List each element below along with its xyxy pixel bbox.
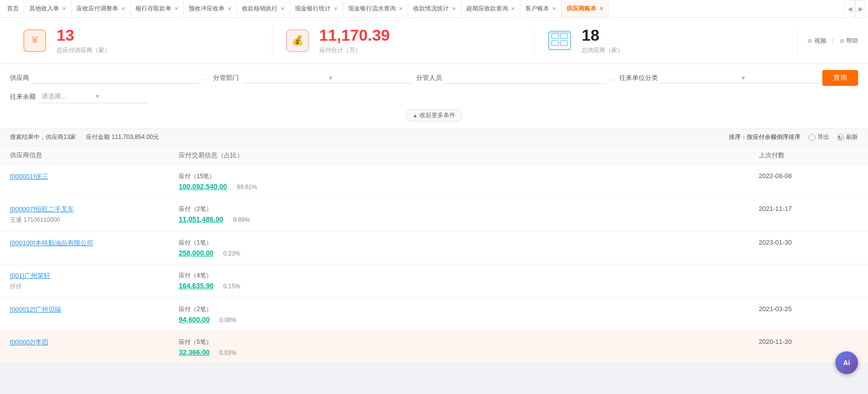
balance-filter-label: 往来余额: [10, 92, 36, 101]
tx-amount-4[interactable]: 164,635.90: [179, 282, 214, 290]
nav-tab-paystat[interactable]: 收款情况统计 ✕: [408, 0, 461, 18]
export-button[interactable]: 导出: [808, 133, 829, 141]
nav-tab-income[interactable]: 其他收入单 ✕: [24, 0, 72, 18]
person-dots-icon[interactable]: ...: [609, 73, 615, 82]
table-row: [000002]李四 应付（5笔） 32,366.00 0.03% 2020-1…: [0, 331, 868, 364]
nav-tab-paystat-label: 收款情况统计: [413, 4, 449, 13]
payable-suppliers-label: 总应付供应商（家）: [57, 46, 262, 55]
filter-item-balance: 往来余额 请选择... ▼: [10, 90, 149, 103]
supplier-link-6[interactable]: [000002]李四: [10, 338, 48, 346]
filter-row-2: 往来余额 请选择... ▼: [10, 90, 858, 103]
close-icon-cashstat[interactable]: ✕: [334, 6, 338, 11]
close-icon-paystat[interactable]: ✕: [452, 6, 456, 11]
lastpay-6: 2020-11-20: [759, 338, 858, 345]
person-input[interactable]: [445, 72, 606, 84]
close-icon-bank[interactable]: ✕: [174, 6, 178, 11]
nav-tab-precharge[interactable]: 预收冲应收单 ✕: [184, 0, 237, 18]
payable-amount-number: 11,170.39: [319, 27, 525, 44]
close-icon-writeoff[interactable]: ✕: [281, 6, 285, 11]
tx-amount-2[interactable]: 11,051,486.00: [179, 215, 223, 223]
nav-tab-cashflow[interactable]: 现金银行流水查询 ✕: [343, 0, 408, 18]
close-icon-income[interactable]: ✕: [62, 6, 66, 11]
col-header-lastpay: 上次付数: [759, 151, 858, 160]
dept-dropdown-icon: ▼: [328, 75, 410, 81]
supplier-link-4[interactable]: [001]广州荣轩: [10, 272, 50, 279]
nav-tab-supplierbook-label: 供应商账本: [567, 4, 596, 13]
summary-links: ⊙ 视频 | ⊙ 帮助: [797, 37, 858, 45]
dept-select[interactable]: ▼: [242, 73, 412, 83]
result-text-suppliers: 搜索结果中，供应商13家: [10, 133, 76, 141]
close-icon-supplierbook[interactable]: ✕: [599, 6, 603, 11]
summary-info-total-suppliers: 18 总供应商（家）: [581, 27, 787, 55]
nav-tab-writeoff[interactable]: 收款核销执行 ✕: [237, 0, 290, 18]
supplier-info-1: [000001]张三: [10, 172, 179, 181]
supplier-link-5[interactable]: [000012]广州贝瑞: [10, 306, 61, 313]
close-icon-adjust[interactable]: ✕: [121, 6, 125, 11]
supplier-input[interactable]: [32, 72, 200, 84]
transaction-info-4: 应付（4笔） 164,635.90 0.15%: [179, 271, 759, 290]
supplier-sub-2: 王通 17106110000: [10, 216, 179, 224]
video-link[interactable]: ⊙ 视频: [807, 37, 826, 45]
tx-amount-3[interactable]: 258,000.00: [179, 249, 214, 257]
supplier-filter-label: 供应商: [10, 73, 29, 82]
col-header-transaction: 应付交易信息（占比）: [179, 151, 759, 160]
tx-label-5: 应付（2笔）: [179, 305, 759, 314]
tx-label-4: 应付（4笔）: [179, 271, 759, 280]
svg-rect-6: [561, 34, 568, 39]
lastpay-2: 2021-11-17: [759, 205, 858, 212]
person-filter-label: 分管人员: [416, 73, 442, 82]
close-icon-overdue[interactable]: ✕: [511, 6, 515, 11]
total-suppliers-number: 18: [581, 27, 787, 44]
supplier-link-2[interactable]: [000007]恒旺二手叉车: [10, 205, 74, 213]
filter-item-person: 分管人员 ...: [416, 72, 615, 84]
summary-card-payable-suppliers: ¥ 13 总应付供应商（家）: [10, 26, 273, 56]
nav-tab-overdue[interactable]: 超期应收款查询 ✕: [461, 0, 520, 18]
tx-amount-6[interactable]: 32,366.00: [179, 348, 210, 356]
ai-button-label: Ai: [843, 359, 850, 364]
top-nav: 首页 其他收入单 ✕ 应收应付调整单 ✕ 银行存取款单 ✕ 预收冲应收单 ✕ 收…: [0, 0, 868, 18]
table-row: [000012]广州贝瑞 应付（2笔） 94,600.00 0.08% 2021…: [0, 298, 868, 331]
nav-arrow-right[interactable]: ▶: [855, 0, 866, 18]
tx-amount-5[interactable]: 94,600.00: [179, 316, 210, 324]
balance-dropdown-icon: ▼: [95, 93, 146, 99]
filter-item-dept: 分管部门 ▼: [213, 73, 412, 83]
category-select[interactable]: ▼: [661, 73, 818, 83]
help-link[interactable]: ⊙ 帮助: [840, 37, 858, 45]
close-icon-cashflow[interactable]: ✕: [399, 6, 403, 11]
summary-row: ¥ 13 总应付供应商（家） 💰 11,170.39 应付合计（万）: [0, 18, 868, 64]
tx-percent-2: 9.89%: [233, 216, 250, 223]
sort-label[interactable]: 排序：按应付余额倒序排序: [729, 133, 800, 141]
supplier-sub-4: 仔仔: [10, 282, 179, 291]
supplier-link-1[interactable]: [000001]张三: [10, 173, 48, 180]
summary-info-payable-suppliers: 13 总应付供应商（家）: [57, 27, 262, 55]
col-header-supplier: 供应商信息: [10, 151, 179, 160]
nav-tab-supplierbook[interactable]: 供应商账本 ✕: [562, 0, 609, 18]
tx-amount-1[interactable]: 100,092,540.00: [179, 183, 227, 191]
nav-tab-adjust[interactable]: 应收应付调整单 ✕: [72, 0, 131, 18]
close-icon-precharge[interactable]: ✕: [227, 6, 231, 11]
export-label: 导出: [817, 133, 829, 141]
total-suppliers-label: 总供应商（家）: [581, 46, 787, 55]
nav-arrow-left[interactable]: ◀: [844, 0, 855, 18]
transaction-info-2: 应付（2笔） 11,051,486.00 9.89%: [179, 205, 759, 223]
supplier-info-4: [001]广州荣轩 仔仔: [10, 271, 179, 291]
nav-tab-cashstat[interactable]: 现金银行统计 ✕: [290, 0, 343, 18]
nav-tab-custbook[interactable]: 客户账本 ✕: [520, 0, 562, 18]
nav-tab-cashflow-label: 现金银行流水查询: [348, 4, 396, 13]
refresh-button[interactable]: ↻ 刷新: [837, 133, 858, 141]
supplier-icon-3: [545, 26, 575, 56]
supplier-dots-icon[interactable]: ...: [203, 73, 209, 82]
nav-tab-bank[interactable]: 银行存取款单 ✕: [131, 0, 184, 18]
transaction-info-6: 应付（5笔） 32,366.00 0.03%: [179, 338, 759, 356]
search-button[interactable]: 查询: [822, 70, 858, 86]
close-icon-custbook[interactable]: ✕: [552, 6, 556, 11]
nav-tab-home-label: 首页: [7, 4, 19, 13]
nav-tab-home[interactable]: 首页: [2, 0, 24, 18]
balance-select[interactable]: 请选择... ▼: [39, 90, 149, 103]
supplier-icon-2: 💰: [283, 26, 312, 56]
nav-tab-writeoff-label: 收款核销执行: [242, 4, 278, 13]
supplier-link-3[interactable]: [000100]本特勤油品有限公司: [10, 239, 93, 247]
payable-suppliers-number: 13: [57, 27, 262, 44]
collapse-button[interactable]: ▲ 收起更多条件: [405, 109, 463, 122]
tx-label-6: 应付（5笔）: [179, 338, 759, 346]
